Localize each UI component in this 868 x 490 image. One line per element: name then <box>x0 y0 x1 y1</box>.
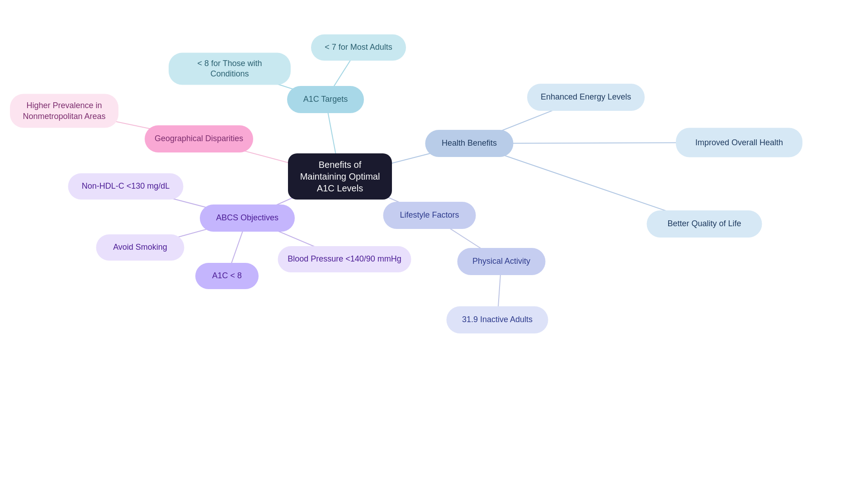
node-lifestyle-factors: Lifestyle Factors <box>383 202 476 229</box>
node-label: A1C < 8 <box>212 271 242 281</box>
node-label: Blood Pressure <140/90 mmHg <box>288 254 401 264</box>
node-label: ABCS Objectives <box>216 213 278 223</box>
node-higher-prevalence: Higher Prevalence in Nonmetropolitan Are… <box>10 94 118 128</box>
node-label: Physical Activity <box>472 256 530 266</box>
node-label: A1C Targets <box>303 94 348 105</box>
node-label: Avoid Smoking <box>113 242 167 252</box>
node-label: Enhanced Energy Levels <box>541 92 631 102</box>
node-label: < 8 for Those with Conditions <box>178 58 282 80</box>
node-health-benefits: Health Benefits <box>425 130 514 157</box>
node-label: 31.9 Inactive Adults <box>462 314 533 325</box>
node-label: Benefits of Maintaining Optimal A1C Leve… <box>297 159 383 194</box>
node-label: Improved Overall Health <box>695 137 783 147</box>
node-label: Higher Prevalence in Nonmetropolitan Are… <box>19 100 109 122</box>
node-geo-disparities: Geographical Disparities <box>145 125 253 152</box>
node-inactive-adults: 31.9 Inactive Adults <box>447 306 548 333</box>
node-blood-pressure: Blood Pressure <140/90 mmHg <box>278 246 411 272</box>
node-label: Lifestyle Factors <box>400 210 459 220</box>
node-less8-conditions: < 8 for Those with Conditions <box>169 53 291 85</box>
node-abcs-objectives: ABCS Objectives <box>200 205 295 232</box>
node-better-quality: Better Quality of Life <box>647 210 762 238</box>
node-label: < 7 for Most Adults <box>325 42 392 52</box>
node-less7-adults: < 7 for Most Adults <box>311 34 406 61</box>
node-central: Benefits of Maintaining Optimal A1C Leve… <box>288 153 392 200</box>
node-label: Non-HDL-C <130 mg/dL <box>82 181 170 191</box>
node-enhanced-energy: Enhanced Energy Levels <box>527 84 645 111</box>
node-avoid-smoking: Avoid Smoking <box>96 234 184 261</box>
node-a1c-targets: A1C Targets <box>287 86 364 113</box>
node-a1c-less8: A1C < 8 <box>195 263 259 289</box>
mindmap-container: Benefits of Maintaining Optimal A1C Leve… <box>0 0 868 490</box>
node-physical-activity: Physical Activity <box>458 248 546 275</box>
node-improved-health: Improved Overall Health <box>676 128 802 157</box>
node-label: Health Benefits <box>442 138 497 148</box>
node-non-hdl: Non-HDL-C <130 mg/dL <box>68 173 184 200</box>
node-label: Better Quality of Life <box>667 219 741 229</box>
node-label: Geographical Disparities <box>155 133 243 144</box>
